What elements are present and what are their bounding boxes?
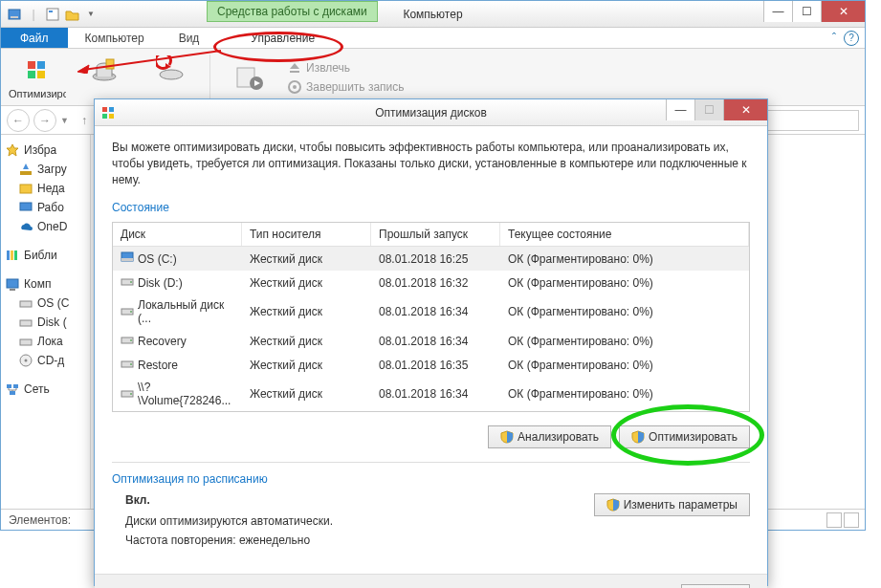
drives-table: Диск Тип носителя Прошлый запуск Текущее…	[112, 222, 750, 412]
col-disk[interactable]: Диск	[113, 223, 242, 246]
nav-history-dropdown[interactable]: ▼	[60, 116, 69, 125]
star-icon	[5, 142, 20, 158]
svg-point-46	[130, 281, 132, 283]
ribbon-separator	[209, 54, 210, 100]
table-row[interactable]: OS (C:)Жесткий диск08.01.2018 16:25ОК (Ф…	[113, 247, 749, 271]
nav-up-button[interactable]: ↑	[73, 109, 96, 132]
sidebar-libraries[interactable]: Библи	[5, 246, 86, 265]
dialog-minimize-button[interactable]: —	[666, 99, 694, 120]
change-settings-button[interactable]: Изменить параметры	[594, 493, 750, 516]
drive-type: Жесткий диск	[242, 331, 371, 351]
drive-last-run: 08.01.2018 16:34	[371, 331, 500, 351]
svg-rect-6	[28, 61, 35, 69]
table-row[interactable]: RecoveryЖесткий диск08.01.2018 16:34ОК (…	[113, 329, 749, 353]
drive-state: ОК (Фрагментировано: 0%)	[500, 379, 749, 409]
main-titlebar: | ▼ Средства работы с дисками Компьютер …	[1, 1, 865, 28]
disk-tools-context-tab[interactable]: Средства работы с дисками	[207, 1, 378, 22]
new-folder-icon[interactable]	[64, 7, 79, 22]
drive-last-run: 08.01.2018 16:32	[371, 272, 500, 293]
svg-rect-11	[106, 59, 114, 69]
sidebar-desktop[interactable]: Рабо	[5, 198, 86, 217]
drive-icon	[18, 295, 33, 311]
optimize-button[interactable]: Оптимизировать	[619, 425, 750, 448]
drive-state: ОК (Фрагментировано: 0%)	[500, 331, 749, 351]
drive-name: OS (C:)	[138, 252, 177, 266]
nav-back-button[interactable]: ←	[7, 109, 30, 132]
table-row[interactable]: Disk (D:)Жесткий диск08.01.2018 16:32ОК …	[113, 271, 749, 294]
ribbon-collapse-icon[interactable]: ˆ	[832, 32, 836, 45]
sidebar-network[interactable]: Сеть	[5, 380, 86, 399]
drive-icon	[121, 250, 134, 267]
dialog-close-button[interactable]: ✕	[723, 99, 767, 120]
svg-rect-28	[14, 250, 17, 260]
schedule-freq-text: Частота повторения: еженедельно	[125, 534, 594, 547]
svg-rect-31	[20, 301, 32, 307]
col-last[interactable]: Прошлый запуск	[371, 223, 500, 246]
drive-last-run: 08.01.2018 16:35	[371, 355, 500, 375]
format-icon	[156, 55, 187, 86]
sidebar-local[interactable]: Лока	[5, 332, 86, 351]
desktop-icon	[18, 200, 33, 215]
table-row[interactable]: \\?\Volume{728246...Жесткий диск08.01.20…	[113, 377, 749, 411]
eject-icon	[287, 60, 302, 76]
view-large-icon[interactable]	[844, 512, 859, 528]
sidebar-disk-d[interactable]: Disk (	[5, 313, 86, 332]
dialog-description: Вы можете оптимизировать диски, чтобы по…	[112, 140, 750, 187]
sidebar-computer[interactable]: Комп	[5, 274, 86, 294]
ribbon-finish-burn-button[interactable]: Завершить запись	[287, 79, 405, 95]
nav-forward-button[interactable]: →	[33, 109, 56, 132]
minimize-button[interactable]: —	[763, 1, 792, 22]
tab-file[interactable]: Файл	[1, 28, 68, 48]
svg-rect-33	[20, 339, 32, 345]
sidebar-onedrive[interactable]: OneD	[5, 217, 86, 236]
close-button[interactable]: ✕	[821, 1, 865, 22]
drive-icon	[121, 357, 134, 373]
help-icon[interactable]: ?	[844, 31, 859, 46]
col-type[interactable]: Тип носителя	[242, 223, 371, 246]
col-state[interactable]: Текущее состояние	[500, 223, 749, 246]
sidebar-cd[interactable]: CD-д	[5, 351, 86, 370]
properties-icon[interactable]	[45, 7, 60, 22]
schedule-section-label: Оптимизация по расписанию	[112, 472, 750, 486]
svg-marker-21	[7, 144, 18, 156]
sidebar-favorites[interactable]: Избра	[5, 141, 86, 160]
drive-type: Жесткий диск	[242, 296, 371, 327]
shield-icon	[500, 430, 514, 444]
qat-dropdown-icon[interactable]: ▼	[83, 7, 99, 22]
drive-name: Локальный диск (...	[138, 298, 234, 325]
sidebar-recent[interactable]: Неда	[5, 179, 86, 198]
close-dialog-button[interactable]: Закрыть	[681, 584, 750, 588]
ribbon-autoplay-button[interactable]	[220, 62, 277, 93]
view-details-icon[interactable]	[826, 512, 842, 528]
sidebar-os-c[interactable]: OS (C	[5, 294, 86, 313]
drive-icon	[121, 333, 134, 349]
svg-rect-3	[49, 11, 53, 12]
svg-rect-29	[7, 279, 18, 288]
ribbon-format-button[interactable]	[143, 55, 200, 99]
ribbon-eject-button[interactable]: Извлечь	[287, 60, 405, 76]
maximize-button[interactable]: ☐	[792, 1, 821, 22]
drive-type: Жесткий диск	[242, 379, 371, 409]
table-row[interactable]: Локальный диск (...Жесткий диск08.01.201…	[113, 294, 749, 329]
drive-state: ОК (Фрагментировано: 0%)	[500, 249, 749, 269]
nav-sidebar: Избра Загру Неда Рабо OneD Библи Комп OS…	[1, 135, 91, 509]
ribbon-optimize-button[interactable]: Оптимизиро	[9, 55, 66, 99]
drive-last-run: 08.01.2018 16:34	[371, 296, 500, 327]
ribbon-cleanup-button[interactable]	[76, 55, 133, 99]
sidebar-downloads[interactable]: Загру	[5, 160, 86, 179]
burn-icon	[287, 79, 302, 95]
svg-point-12	[160, 70, 183, 79]
analyze-button[interactable]: Анализировать	[488, 425, 611, 448]
tab-manage[interactable]: Управление	[216, 28, 349, 48]
tab-computer[interactable]: Компьютер	[68, 28, 162, 48]
drive-name: Recovery	[138, 335, 187, 348]
svg-rect-41	[102, 114, 107, 119]
tab-view[interactable]: Вид	[162, 28, 217, 48]
defrag-icon	[100, 105, 116, 120]
qat-separator: |	[26, 7, 41, 22]
svg-rect-36	[7, 384, 11, 388]
cd-icon	[18, 353, 33, 368]
drive-state: ОК (Фрагментировано: 0%)	[500, 355, 749, 375]
app-icon	[7, 7, 22, 22]
table-row[interactable]: RestoreЖесткий диск08.01.2018 16:35ОК (Ф…	[113, 353, 749, 377]
